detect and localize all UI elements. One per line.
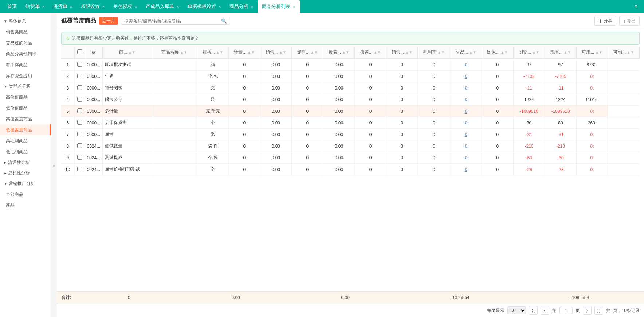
sort-icon[interactable]: ▲▼ [564,51,571,54]
cell-checkbox[interactable] [74,117,85,129]
page-prev-button[interactable]: ⟨ [541,306,549,315]
cell-checkbox[interactable] [74,71,85,82]
row-checkbox[interactable] [77,167,82,171]
sort-icon[interactable]: ▲▼ [311,51,318,54]
cell-browse1[interactable]: 0 [450,82,482,94]
nav-home[interactable]: 首页 [3,0,21,13]
col-settings[interactable]: ⚙ [85,46,103,59]
cell-browse1[interactable]: 0 [450,152,482,164]
sort-icon[interactable]: ▲▼ [216,51,223,54]
sort-icon[interactable]: ▲▼ [532,51,539,54]
share-button[interactable]: ⬆ 分享 [594,16,616,26]
sort-icon[interactable]: ▲▼ [437,51,445,54]
col-trade[interactable]: 交易... ▲▼ [450,46,482,59]
page-last-button[interactable]: ⟩⟩ [594,306,603,315]
cell-checkbox[interactable] [74,129,85,140]
nav-sales-order[interactable]: 销货单 × [21,0,49,13]
cell-browse1[interactable]: 0 [450,106,482,117]
col-unit[interactable]: 计量... ▲▼ [228,46,260,59]
nav-close-icon[interactable]: × [251,4,253,9]
sort-icon[interactable]: ▲▼ [627,51,634,54]
settings-icon[interactable]: ⚙ [91,50,95,55]
nav-purchase-order[interactable]: 进货单 × [49,0,76,13]
sidebar-item-inventory-capital[interactable]: 库存资金占用 [0,70,51,81]
row-checkbox[interactable] [77,97,82,102]
sidebar-item-stocked-products[interactable]: 有库存商品 [0,59,51,70]
nav-close-icon[interactable]: × [219,4,221,9]
search-input[interactable] [124,19,221,24]
sort-icon[interactable]: ▲▼ [405,51,412,54]
per-page-select[interactable]: 50 100 200 [507,306,526,314]
nav-role-auth[interactable]: 角色授权 × [109,0,141,13]
export-button[interactable]: ↓ 导出 [619,16,640,26]
sidebar-item-high-gross[interactable]: 高毛利商品 [0,135,51,146]
cell-browse1[interactable]: 0 [450,140,482,152]
cell-browse1[interactable]: 0 [450,59,482,71]
page-first-button[interactable]: ⟨⟨ [529,306,538,315]
col-cov2[interactable]: 覆盖... ▲▼ [355,46,386,59]
nav-close-icon[interactable]: × [135,4,137,9]
col-gross-rate[interactable]: 毛利率 ▲▼ [418,46,450,59]
col-current-stock[interactable]: 现有... ▲▼ [545,46,577,59]
sort-icon[interactable]: ▲▼ [374,51,381,54]
cell-checkbox[interactable] [74,152,85,164]
col-saleable[interactable]: 可销... ▲▼ [608,46,640,59]
sort-icon[interactable]: ▲▼ [279,51,286,54]
row-checkbox[interactable] [77,74,82,78]
sidebar-group-circulation[interactable]: ▶ 流通性分析 [0,157,51,168]
row-checkbox[interactable] [77,62,82,67]
sidebar-item-high-value[interactable]: 高价值商品 [0,92,51,103]
row-checkbox[interactable] [77,120,82,125]
sidebar-item-category-dynamics[interactable]: 商品分类动销率 [0,48,51,59]
col-checkbox[interactable] [74,46,85,59]
cell-checkbox[interactable] [74,94,85,106]
col-sales-qty[interactable]: 销售... ▲▼ [260,46,292,59]
nav-close-icon[interactable]: × [70,4,72,9]
sidebar-item-low-gross[interactable]: 低毛利商品 [0,146,51,157]
col-browse1[interactable]: 浏览... ▲▼ [482,46,514,59]
cell-browse1[interactable]: 0 [450,129,482,140]
col-sales-amt[interactable]: 销售... ▲▼ [292,46,323,59]
sidebar-group-overall[interactable]: ▼ 整体信息 [0,16,51,27]
sidebar-item-all-products[interactable]: 全部商品 [0,189,51,200]
cell-checkbox[interactable] [74,82,85,94]
sidebar-item-high-coverage[interactable]: 高覆盖度商品 [0,114,51,124]
page-input[interactable] [559,307,573,314]
page-next-button[interactable]: ⟩ [583,306,592,315]
sort-icon[interactable]: ▲▼ [180,51,187,54]
cell-checkbox[interactable] [74,164,85,175]
nav-permission-settings[interactable]: 权限设置 × [76,0,109,13]
select-all-checkbox[interactable] [77,49,82,54]
nav-product-analysis-list[interactable]: 商品分析列表 × [258,0,299,13]
sort-icon[interactable]: ▲▼ [469,51,476,54]
cell-browse1[interactable]: 0 [450,117,482,129]
row-checkbox[interactable] [77,85,82,90]
sidebar-group-cluster[interactable]: ▼ 类群差分析 [0,81,51,92]
nav-close-icon[interactable]: × [102,4,105,9]
sidebar-item-low-value[interactable]: 低价值商品 [0,103,51,114]
sort-icon[interactable]: ▲▼ [342,51,349,54]
sidebar-item-low-coverage[interactable]: 低覆盖度商品 [0,124,51,135]
col-available[interactable]: 可用... ▲▼ [576,46,608,59]
cell-browse1[interactable]: 0 [450,71,482,82]
time-filter-button[interactable]: 近一月 [99,17,118,25]
sidebar-item-traded-products[interactable]: 交易过的商品 [0,37,51,48]
row-checkbox[interactable] [77,155,82,160]
cell-checkbox[interactable] [74,106,85,117]
col-browse2[interactable]: 浏览... ▲▼ [513,46,545,59]
col-cov1[interactable]: 覆盖... ▲▼ [323,46,355,59]
cell-checkbox[interactable] [74,59,85,71]
sidebar-collapse-button[interactable]: « [51,13,57,317]
nav-template-settings[interactable]: 单据模板设置 × [183,0,225,13]
col-code[interactable]: 商... ▲▼ [103,46,152,59]
sort-icon[interactable]: ▲▼ [247,51,255,54]
sidebar-item-sales-products[interactable]: 销售类商品 [0,27,51,37]
cell-browse1[interactable]: 0 [450,164,482,175]
row-checkbox[interactable] [77,143,82,148]
sidebar-group-growth[interactable]: ▶ 成长性分析 [0,168,51,178]
nav-product-inbound[interactable]: 产成品入库单 × [141,0,183,13]
sort-icon[interactable]: ▲▼ [595,51,602,54]
window-close-button[interactable]: × [631,1,641,12]
sidebar-group-marketing[interactable]: ▼ 营销推广分析 [0,178,51,189]
nav-close-active-icon[interactable]: × [293,4,295,9]
